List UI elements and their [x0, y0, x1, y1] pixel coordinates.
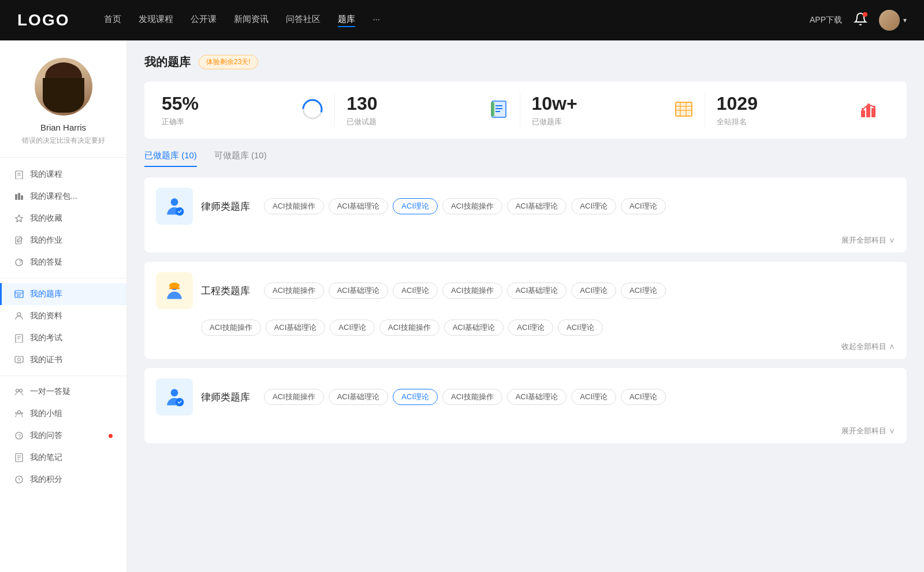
bank-card-1-tags: ACI技能操作 ACI基础理论 ACI理论 ACI技能操作 ACI基础理论 AC…	[264, 198, 666, 214]
bank-tag[interactable]: ACI基础理论	[507, 283, 567, 299]
bank-tag[interactable]: ACI理论	[621, 198, 666, 214]
sidebar-item-my-points[interactable]: 我的积分	[0, 469, 126, 491]
bank-tag[interactable]: ACI技能操作	[264, 283, 324, 299]
bank-tag-selected[interactable]: ACI理论	[393, 389, 438, 405]
svg-point-21	[18, 358, 21, 361]
sidebar-item-my-homework[interactable]: 我的作业	[0, 229, 126, 251]
stat-done-banks: 10w+ 已做题库	[520, 93, 705, 127]
bank-tag[interactable]: ACI理论	[571, 283, 616, 299]
sidebar-item-my-course[interactable]: 我的课程	[0, 164, 126, 185]
bank-tag[interactable]: ACI基础理论	[329, 283, 389, 299]
bank-card-2-tags-row2: ACI技能操作 ACI基础理论 ACI理论 ACI技能操作 ACI基础理论 AC…	[144, 320, 907, 341]
bank-tag[interactable]: ACI基础理论	[507, 198, 567, 214]
sidebar-item-my-course-pack[interactable]: 我的课程包...	[0, 185, 126, 207]
user-menu[interactable]: ▾	[879, 10, 907, 31]
bank-tag[interactable]: ACI理论	[508, 320, 553, 336]
stat-done-banks-icon	[675, 100, 693, 121]
bank-card-2-header: 工程类题库 ACI技能操作 ACI基础理论 ACI理论 ACI技能操作 ACI基…	[144, 262, 907, 320]
svg-point-57	[171, 198, 178, 206]
bank-card-1-info: 律师类题库	[201, 200, 250, 213]
navbar: LOGO 首页 发现课程 公开课 新闻资讯 问答社区 题库 ··· APP下载 …	[0, 0, 924, 40]
svg-point-16	[17, 313, 21, 316]
sidebar-item-my-cert[interactable]: 我的证书	[0, 349, 126, 371]
my-homework-label: 我的作业	[30, 235, 113, 246]
svg-point-25	[20, 389, 23, 392]
nav-discover[interactable]: 发现课程	[139, 14, 173, 27]
bank-tag[interactable]: ACI理论	[330, 320, 375, 336]
sidebar-item-my-qa[interactable]: ? 我的答疑	[0, 251, 126, 273]
bank-tag[interactable]: ACI理论	[571, 389, 616, 405]
tab-available-banks[interactable]: 可做题库 (10)	[214, 150, 267, 167]
trial-badge: 体验剩余23天!	[199, 55, 258, 69]
sidebar-item-my-bank[interactable]: 我的题库	[0, 283, 126, 305]
nav-open-course[interactable]: 公开课	[191, 14, 217, 27]
nav-more[interactable]: ···	[372, 14, 380, 27]
profile-name: Brian Harris	[40, 122, 86, 132]
sidebar-item-one-on-one[interactable]: 一对一答疑	[0, 381, 126, 403]
svg-point-26	[18, 411, 21, 414]
bank-tag[interactable]: ACI技能操作	[442, 283, 502, 299]
bank-tag[interactable]: ACI理论	[621, 283, 666, 299]
stat-done-banks-number: 10w+	[532, 93, 578, 114]
stat-done-banks-content: 10w+ 已做题库	[532, 93, 578, 127]
nav-qa[interactable]: 问答社区	[286, 14, 321, 27]
nav-links: 首页 发现课程 公开课 新闻资讯 问答社区 题库 ···	[104, 14, 810, 27]
stats-bar: 55% 正确率 130 已做试题	[144, 81, 907, 139]
my-bank-label: 我的题库	[30, 289, 113, 299]
bank-tag[interactable]: ACI技能操作	[201, 320, 261, 336]
bank-tag[interactable]: ACI基础理论	[266, 320, 326, 336]
bank-tag[interactable]: ACI理论	[558, 320, 603, 336]
sidebar-menu: 我的课程 我的课程包... 我的收藏 我的作业	[0, 158, 126, 496]
stat-ranking-label: 全站排名	[717, 117, 758, 127]
svg-rect-44	[491, 102, 494, 116]
bank-card-2-icon	[156, 272, 193, 309]
bank-tag-selected[interactable]: ACI理论	[393, 198, 438, 214]
sidebar-item-my-questions[interactable]: ? 我的问答	[0, 425, 126, 447]
svg-rect-3	[15, 194, 17, 200]
bank-tag[interactable]: ACI理论	[571, 198, 616, 214]
main-layout: Brian Harris 错误的决定比没有决定要好 我的课程 我的课程包...	[0, 40, 924, 572]
bank-tag[interactable]: ACI技能操作	[379, 320, 439, 336]
expand-link-3[interactable]: 展开全部科目 ∨	[841, 426, 895, 436]
my-group-icon	[14, 408, 24, 419]
page-title: 我的题库	[144, 54, 191, 70]
bank-card-3-name: 律师类题库	[201, 391, 250, 404]
stat-done-banks-label: 已做题库	[532, 117, 578, 127]
bank-tag[interactable]: ACI理论	[393, 283, 438, 299]
svg-text:?: ?	[18, 433, 21, 439]
notification-bell[interactable]	[854, 12, 867, 28]
bank-tag[interactable]: ACI基础理论	[507, 389, 567, 405]
bank-tag[interactable]: ACI基础理论	[329, 389, 389, 405]
bank-tag[interactable]: ACI基础理论	[329, 198, 389, 214]
sidebar-item-my-group[interactable]: 我的小组	[0, 403, 126, 425]
nav-right: APP下载 ▾	[810, 10, 907, 31]
my-points-icon	[14, 474, 24, 485]
my-notes-label: 我的笔记	[30, 452, 113, 463]
expand-link-1[interactable]: 展开全部科目 ∨	[841, 235, 895, 246]
one-on-one-icon	[14, 387, 24, 397]
bank-tag[interactable]: ACI基础理论	[444, 320, 504, 336]
my-cert-icon	[14, 355, 24, 365]
nav-news[interactable]: 新闻资讯	[234, 14, 269, 27]
collapse-link-2[interactable]: 收起全部科目 ∧	[144, 341, 907, 359]
app-download-button[interactable]: APP下载	[810, 15, 842, 25]
nav-bank[interactable]: 题库	[338, 14, 355, 27]
my-favorites-icon	[14, 213, 24, 224]
bank-card-3-header: 律师类题库 ACI技能操作 ACI基础理论 ACI理论 ACI技能操作 ACI基…	[144, 368, 907, 426]
svg-point-63	[171, 389, 178, 396]
bank-tag[interactable]: ACI技能操作	[264, 389, 324, 405]
divider1	[0, 278, 126, 278]
tab-done-banks[interactable]: 已做题库 (10)	[144, 150, 197, 167]
sidebar-item-my-data[interactable]: 我的资料	[0, 305, 126, 327]
sidebar-item-my-notes[interactable]: 我的笔记	[0, 447, 126, 469]
bank-tag[interactable]: ACI技能操作	[264, 198, 324, 214]
divider2	[0, 376, 126, 376]
main-content: 我的题库 体验剩余23天! 55% 正确率	[127, 40, 924, 572]
sidebar-item-my-favorites[interactable]: 我的收藏	[0, 207, 126, 229]
bank-tag[interactable]: ACI技能操作	[442, 389, 502, 405]
bank-card-1-icon	[156, 188, 193, 225]
bank-tag[interactable]: ACI技能操作	[442, 198, 502, 214]
sidebar-item-my-exam[interactable]: 我的考试	[0, 327, 126, 349]
bank-tag[interactable]: ACI理论	[621, 389, 666, 405]
nav-home[interactable]: 首页	[104, 14, 121, 27]
